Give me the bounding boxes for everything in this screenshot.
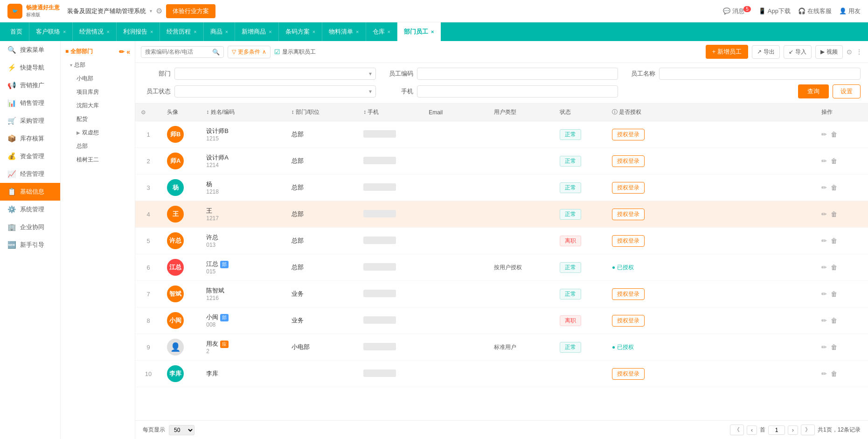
nav-shortcut[interactable]: ⚡ 快捷导航 <box>0 59 60 77</box>
auth-login-btn[interactable]: 授权登录 <box>612 288 645 300</box>
tab-history[interactable]: 经营历程 × <box>160 22 203 41</box>
dept-item-project[interactable]: 项目库房 <box>61 85 135 99</box>
edit-icon[interactable]: ✏ <box>821 370 827 377</box>
edit-icon[interactable]: ✏ <box>821 157 827 165</box>
delete-icon[interactable]: 🗑 <box>831 210 837 218</box>
tab-new-goods[interactable]: 新增商品 × <box>235 22 278 41</box>
dept-item-shenyang[interactable]: 沈阳大库 <box>61 99 135 112</box>
close-tab-ops[interactable]: × <box>106 29 109 35</box>
auth-login-btn[interactable]: 授权登录 <box>612 235 645 247</box>
edit-icon[interactable]: ✏ <box>821 264 827 271</box>
dept-item-main[interactable]: ▾ 总部 <box>61 58 135 72</box>
tab-goods[interactable]: 商品 × <box>204 22 235 41</box>
nav-sales[interactable]: 📊 销售管理 <box>0 94 60 112</box>
app-download-btn[interactable]: 📱 App下载 <box>758 7 791 15</box>
nav-search[interactable]: 🔍 搜索菜单 <box>0 41 60 59</box>
nav-purchase[interactable]: 🛒 采购管理 <box>0 112 60 130</box>
message-btn[interactable]: 💬 消息 5 <box>723 7 751 15</box>
table-settings-icon[interactable]: ⚙ <box>141 109 146 116</box>
tab-barcode[interactable]: 条码方案 × <box>279 22 322 41</box>
import-btn[interactable]: ↙ 导入 <box>784 45 812 59</box>
delete-icon[interactable]: 🗑 <box>831 317 837 324</box>
delete-icon[interactable]: 🗑 <box>831 237 837 244</box>
tab-operations[interactable]: 经营情况 × <box>73 22 116 41</box>
close-tab-newgoods[interactable]: × <box>269 29 271 35</box>
experience-btn[interactable]: 体验行业方案 <box>166 4 215 18</box>
video-btn[interactable]: ▶ 视频 <box>815 45 843 59</box>
tab-profit[interactable]: 利润报告 × <box>117 22 160 41</box>
close-tab-history[interactable]: × <box>194 29 196 35</box>
edit-icon[interactable]: ✏ <box>821 317 827 324</box>
dept-edit-icon[interactable]: ✏ <box>119 48 125 56</box>
nav-finance[interactable]: 💰 资金管理 <box>0 147 60 165</box>
filter-empname-input[interactable] <box>659 68 861 80</box>
first-page-btn[interactable]: 《 <box>730 425 744 435</box>
nav-inventory[interactable]: 📦 库存核算 <box>0 130 60 147</box>
query-btn[interactable]: 查询 <box>798 84 829 98</box>
tab-warehouse[interactable]: 仓库 × <box>366 22 397 41</box>
dept-item-electronics[interactable]: 小电部 <box>61 72 135 85</box>
nav-marketing[interactable]: 📢 营销推广 <box>0 77 60 94</box>
auth-login-btn[interactable]: 授权登录 <box>612 315 645 327</box>
close-tab-goods[interactable]: × <box>225 29 228 35</box>
auth-login-btn[interactable]: 授权登录 <box>612 155 645 167</box>
edit-icon[interactable]: ✏ <box>821 184 827 191</box>
dept-collapse-icon[interactable]: « <box>126 48 130 56</box>
nav-guide[interactable]: 🆕 新手引导 <box>0 236 60 254</box>
delete-icon[interactable]: 🗑 <box>831 264 837 271</box>
help-icon[interactable]: ⊙ <box>847 48 852 56</box>
delete-icon[interactable]: 🗑 <box>831 343 837 351</box>
tab-dept-staff[interactable]: 部门员工 × <box>397 22 441 41</box>
delete-icon[interactable]: 🗑 <box>831 157 837 165</box>
auth-login-btn[interactable]: 授权登录 <box>612 368 645 380</box>
more-options-icon[interactable]: ⋮ <box>856 48 862 56</box>
prev-page-btn[interactable]: ‹ <box>747 425 757 435</box>
tab-home[interactable]: 首页 <box>4 22 29 41</box>
last-page-btn[interactable]: 》 <box>801 425 815 435</box>
page-number-input[interactable] <box>768 425 785 435</box>
system-dropdown-arrow[interactable]: ▾ <box>150 8 152 14</box>
col-settings[interactable]: ⚙ <box>135 104 161 121</box>
filter-empcode-input[interactable] <box>417 68 618 80</box>
nav-basic[interactable]: 📋 基础信息 <box>0 183 60 201</box>
close-tab-profit[interactable]: × <box>150 29 153 35</box>
nav-enterprise[interactable]: 🏢 企业协同 <box>0 218 60 236</box>
close-tab-customer[interactable]: × <box>63 29 66 35</box>
more-filter-btn[interactable]: ▽ 更多条件 ∧ <box>228 46 271 58</box>
search-input[interactable] <box>145 49 210 55</box>
edit-icon[interactable]: ✏ <box>821 343 827 351</box>
per-page-select[interactable]: 50 100 200 <box>169 425 194 435</box>
nav-operations[interactable]: 📈 经营管理 <box>0 165 60 183</box>
tab-customer[interactable]: 客户联络 × <box>29 22 73 41</box>
show-leave-btn[interactable]: ☑ 显示离职员工 <box>274 48 316 56</box>
user-profile-btn[interactable]: 👤 用友 <box>839 7 861 15</box>
export-btn[interactable]: ↗ 导出 <box>752 45 780 59</box>
set-btn[interactable]: 设置 <box>833 84 861 98</box>
edit-icon[interactable]: ✏ <box>821 210 827 218</box>
add-employee-btn[interactable]: + 新增员工 <box>706 45 748 59</box>
dept-item-hq[interactable]: 总部 <box>61 139 135 153</box>
nav-system[interactable]: ⚙️ 系统管理 <box>0 201 60 218</box>
filter-dept-select[interactable]: ▾ <box>174 68 376 80</box>
auth-login-btn[interactable]: 授权登录 <box>612 209 645 220</box>
edit-icon[interactable]: ✏ <box>821 290 827 298</box>
close-tab-warehouse[interactable]: × <box>388 29 390 35</box>
auth-login-btn[interactable]: 授权登录 <box>612 129 645 140</box>
filter-status-select[interactable]: ▾ <box>174 85 376 98</box>
auth-login-btn[interactable]: 授权登录 <box>612 182 645 194</box>
col-phone[interactable]: ↕ 手机 <box>358 104 423 121</box>
dept-item-planting[interactable]: 植树王二 <box>61 153 135 167</box>
filter-phone-input[interactable] <box>417 85 618 98</box>
online-service-btn[interactable]: 🎧 在线客服 <box>798 7 832 15</box>
close-tab-bom[interactable]: × <box>356 29 359 35</box>
col-dept[interactable]: ↕ 部门/职位 <box>286 104 358 121</box>
delete-icon[interactable]: 🗑 <box>831 131 837 138</box>
edit-icon[interactable]: ✏ <box>821 237 827 244</box>
show-leave-checkbox[interactable]: ☑ <box>274 48 280 56</box>
delete-icon[interactable]: 🗑 <box>831 290 837 298</box>
next-page-btn[interactable]: › <box>788 425 798 435</box>
edit-icon[interactable]: ✏ <box>821 131 827 138</box>
dept-item-double[interactable]: ▶ 双虚想 <box>61 126 135 139</box>
close-tab-dept[interactable]: × <box>431 29 434 35</box>
dept-item-distribution[interactable]: 配货 <box>61 112 135 126</box>
